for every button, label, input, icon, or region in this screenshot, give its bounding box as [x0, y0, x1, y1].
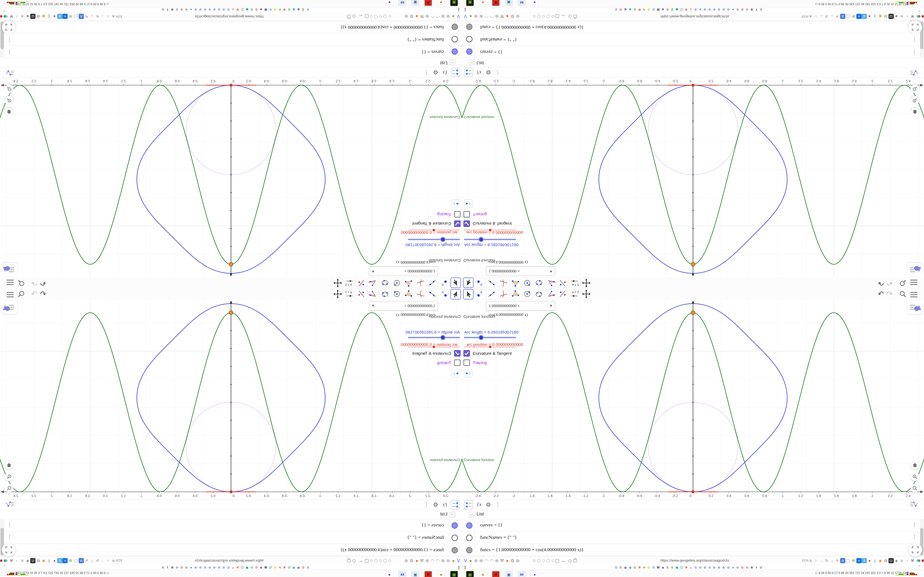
browser-icon[interactable]: ⚒: [419, 14, 425, 19]
bookmark-favicon[interactable]: ◉: [628, 566, 632, 570]
chevron-up-icon[interactable]: ⌃: [918, 8, 921, 12]
bookmark-favicon[interactable]: G: [306, 7, 310, 11]
browser-icon[interactable]: ●: [451, 14, 456, 19]
dot-icon[interactable]: [533, 559, 535, 562]
bookmark-favicon[interactable]: ⚙: [170, 566, 174, 570]
bookmark-favicon[interactable]: f: [166, 566, 170, 570]
bookmark-favicon[interactable]: G: [693, 7, 698, 11]
bookmark-favicon[interactable]: ✿: [712, 7, 716, 11]
taskbar-app-terminal[interactable]: ▦: [467, 0, 473, 6]
extension-icon[interactable]: ⚒: [9, 558, 14, 563]
bookmark-favicon[interactable]: ◉: [628, 7, 632, 11]
dot-icon[interactable]: [542, 15, 545, 18]
bookmark-favicon[interactable]: ✿: [726, 566, 730, 570]
bookmark-favicon[interactable]: ◉: [624, 566, 628, 570]
browser-icon[interactable]: ⊕: [473, 14, 478, 19]
bookmark-favicon[interactable]: ✿: [208, 7, 212, 11]
bookmark-favicon[interactable]: G: [226, 566, 231, 570]
menu-icon[interactable]: [6, 279, 14, 287]
extension-icon[interactable]: A: [79, 14, 84, 19]
extension-icon[interactable]: ☆: [106, 558, 111, 563]
extension-icon[interactable]: A: [808, 558, 813, 563]
bookmark-favicon[interactable]: ✿: [161, 7, 165, 11]
browser-icon[interactable]: ◠: [430, 14, 435, 19]
bookmark-favicon[interactable]: ✿: [736, 566, 740, 570]
curvature-value-point[interactable]: [229, 263, 233, 266]
extension-icon[interactable]: ▯: [872, 14, 877, 19]
tree-view-button[interactable]: [451, 68, 460, 77]
extension-icon[interactable]: ●: [52, 14, 57, 19]
browser-icon[interactable]: ⊕: [446, 14, 451, 19]
zoom-out-button[interactable]: [911, 484, 919, 493]
row-menu-icon[interactable]: ⋮: [912, 534, 917, 540]
extension-icon[interactable]: ◯: [73, 558, 79, 563]
extension-icon[interactable]: ●: [52, 558, 57, 563]
tool-reflect-button[interactable]: [356, 277, 366, 288]
extension-icon[interactable]: →: [100, 558, 105, 563]
extension-icon[interactable]: U: [888, 14, 894, 19]
chevron-up-icon[interactable]: ⌃: [3, 8, 6, 12]
tool-perpendicular-line-button[interactable]: [499, 277, 509, 288]
bookmark-favicon[interactable]: W: [264, 7, 268, 11]
extension-icon[interactable]: ◯: [846, 558, 851, 563]
browser-icon[interactable]: ●: [414, 14, 419, 19]
extension-icon[interactable]: ◈: [25, 558, 30, 563]
extension-icon[interactable]: ◈: [894, 558, 899, 563]
arc-position-point[interactable]: [229, 490, 233, 493]
settings-gear-icon[interactable]: ⚙: [431, 68, 440, 77]
curvature-function-dropdown[interactable]: 1.000000000000 + cos(4.000000000000 x) ▼: [369, 266, 438, 276]
taskbar-app-settings-red[interactable]: ✽: [492, 571, 499, 577]
search-icon[interactable]: [18, 277, 25, 287]
row-menu-icon[interactable]: ⋮: [7, 522, 12, 528]
extension-icon[interactable]: ●: [867, 14, 872, 19]
extension-icon[interactable]: ↻: [824, 558, 829, 563]
browser-icon[interactable]: ◠: [484, 14, 489, 19]
curvature-tangent-checkbox[interactable]: [454, 350, 460, 357]
extension-icon[interactable]: A: [111, 14, 116, 19]
bookmark-favicon[interactable]: ⚙: [750, 7, 754, 11]
fx-view-button[interactable]: ƒx: [441, 500, 449, 509]
bookmark-favicon[interactable]: G: [651, 566, 656, 570]
more-options-icon[interactable]: ⋮: [493, 500, 502, 509]
algebra-style-icon[interactable]: [910, 500, 919, 509]
bookmark-favicon[interactable]: G: [614, 566, 618, 570]
tool-line-button[interactable]: [487, 289, 497, 300]
extension-icon[interactable]: →: [819, 14, 824, 19]
visibility-toggle[interactable]: [452, 36, 458, 42]
back-icon[interactable]: ←: [561, 558, 567, 564]
browser-icon[interactable]: ⊕: [446, 558, 451, 563]
extension-icon[interactable]: ↑: [14, 558, 19, 563]
browser-icon[interactable]: ⚒: [499, 14, 505, 19]
bookmark-favicon[interactable]: ◉: [292, 566, 296, 570]
undo-button[interactable]: ↶: [40, 290, 46, 298]
curvature-function-dropdown[interactable]: 1.000000000000 + cos(4.000000000000 x) ▼: [486, 266, 555, 276]
zoom-in-button[interactable]: [5, 472, 13, 481]
zoom-in-button[interactable]: [911, 96, 919, 105]
taskbar-app-terminal[interactable]: ▦: [451, 0, 457, 6]
extension-icon[interactable]: ↓: [829, 558, 835, 563]
browser-icon[interactable]: V: [463, 558, 468, 563]
curvature-function-dropdown[interactable]: 1.000000000000 + cos(4.000000000000 x) ▼: [369, 301, 438, 311]
dot-icon[interactable]: [537, 15, 541, 18]
extension-icon[interactable]: ☆: [813, 558, 819, 563]
browser-icon[interactable]: ⊕: [478, 558, 484, 563]
extension-icon[interactable]: ↓: [829, 14, 835, 19]
algebra-row-funcs[interactable]: funcs = {1.000000000000 + cos(4.00000000…: [0, 544, 462, 557]
bookmark-favicon[interactable]: G: [179, 7, 184, 11]
bookmark-favicon[interactable]: ⓘ: [240, 7, 244, 11]
curvature-value-point[interactable]: [691, 263, 695, 266]
tool-polygon-button[interactable]: [403, 277, 414, 288]
dot-icon[interactable]: [379, 15, 382, 18]
visibility-toggle[interactable]: [466, 535, 472, 541]
tool-move-graphics-button[interactable]: [582, 277, 592, 288]
taskbar-app-screenshot-tool[interactable]: ▣: [505, 0, 512, 6]
page-zoom-level[interactable]: 81%: [115, 559, 122, 562]
bookmark-favicon[interactable]: ▲: [231, 566, 235, 570]
row-menu-icon[interactable]: ⋮: [7, 49, 12, 55]
menu-icon[interactable]: [6, 291, 14, 299]
browser-icon[interactable]: ⊕: [425, 558, 430, 563]
extension-icon[interactable]: U: [888, 558, 894, 563]
browser-icon[interactable]: ⊕: [515, 14, 520, 19]
taskbar-app-firefox[interactable]: ●: [479, 0, 486, 6]
bookmark-favicon[interactable]: ✔: [642, 7, 646, 11]
